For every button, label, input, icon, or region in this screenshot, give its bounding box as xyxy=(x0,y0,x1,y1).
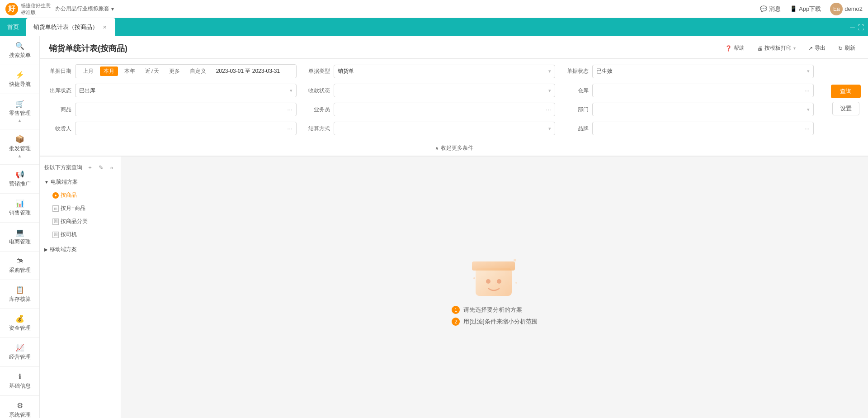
sidebar-item-search[interactable]: 🔍 搜索菜单 xyxy=(0,36,39,65)
date-btn-this-year[interactable]: 本年 xyxy=(121,66,139,76)
filter-row-1: 单据日期 上月 本月 本年 近7天 更多 自定义 xyxy=(49,64,814,78)
sidebar-item-system[interactable]: ⚙ 系统管理 xyxy=(0,396,39,418)
date-btn-more[interactable]: 更多 xyxy=(165,66,184,76)
marketing-icon: 📢 xyxy=(2,170,38,179)
sidebar-item-operation[interactable]: 📈 经营管理 xyxy=(0,338,39,367)
sidebar-item-inventory[interactable]: 📋 库存核算 xyxy=(0,280,39,309)
scheme-edit-btn[interactable]: ✎ xyxy=(96,163,105,172)
basic-icon: ℹ xyxy=(2,372,38,381)
scheme-group-pc: ▼ 电脑端方案 ● 按商品 m 按月+商品 回 按商品分类 xyxy=(40,176,121,241)
date-btn-7days[interactable]: 近7天 xyxy=(142,66,163,76)
filter-side: 查询 设置 xyxy=(823,59,868,141)
sidebar-item-basic-label: 基础信息 xyxy=(2,382,38,390)
sidebar-item-basic[interactable]: ℹ 基础信息 xyxy=(0,367,39,396)
date-btn-custom[interactable]: 自定义 xyxy=(186,66,210,76)
filter-row-3: 商品 ··· 业务员 ··· xyxy=(49,103,814,116)
topbar: 好 畅捷信好生意 标准版 办公用品行业模拟账套 ▾ 💬 消息 📱 App下载 E… xyxy=(0,0,868,18)
query-button[interactable]: 查询 xyxy=(831,85,861,98)
scheme-item-by-printer-label: 按司机 xyxy=(61,231,77,238)
goods-control[interactable]: ··· xyxy=(75,103,297,116)
sidebar-item-sales[interactable]: 📊 销售管理 xyxy=(0,194,39,223)
brand-control[interactable]: ··· xyxy=(592,122,814,135)
receipt-status-label: 收款状态 xyxy=(307,87,330,95)
out-status-control[interactable]: 已出库 ▾ xyxy=(75,84,297,97)
user-name: demo2 xyxy=(844,5,863,12)
operation-icon: 📈 xyxy=(2,343,38,352)
app-download-btn[interactable]: 📱 App下载 xyxy=(790,5,821,13)
system-icon: ⚙ xyxy=(2,401,38,410)
doc-status-control[interactable]: 已生效 ▾ xyxy=(592,65,814,78)
user-avatar: Ea xyxy=(830,3,843,15)
doc-type-label: 单据类型 xyxy=(307,67,330,75)
tab-close-icon[interactable]: ✕ xyxy=(101,24,108,31)
sidebar-item-retail[interactable]: 🛒 零售管理 ▲ xyxy=(0,94,39,129)
filter-out-status: 出库状态 已出库 ▾ xyxy=(49,84,297,97)
salesman-control[interactable]: ··· xyxy=(334,103,555,116)
user-area[interactable]: Ea demo2 xyxy=(830,3,863,15)
sidebar-item-marketing[interactable]: 📢 营销推广 xyxy=(0,165,39,194)
print-template-btn[interactable]: 🖨 按模板打印 ▾ xyxy=(754,43,799,54)
filter-brand: 品牌 ··· xyxy=(566,122,814,135)
breadcrumb[interactable]: 办公用品行业模拟账套 ▾ xyxy=(55,5,114,13)
export-btn[interactable]: ↗ 导出 xyxy=(805,43,829,54)
filter-goods: 商品 ··· xyxy=(49,103,297,116)
svg-rect-1 xyxy=(472,261,515,271)
scheme-item-by-printer[interactable]: 回 按司机 xyxy=(40,228,121,241)
sidebar-item-operation-label: 经营管理 xyxy=(2,353,38,361)
sidebar-item-marketing-label: 营销推广 xyxy=(2,180,38,188)
scheme-group-pc-title[interactable]: ▼ 电脑端方案 xyxy=(40,176,121,189)
data-area: 1 请先选择要分析的方案 2 用[过滤]条件来缩小分析范围 xyxy=(121,157,868,418)
sidebar-item-purchase[interactable]: 🛍 采购管理 xyxy=(0,252,39,280)
scheme-add-btn[interactable]: + xyxy=(85,163,94,172)
date-btn-last-month[interactable]: 上月 xyxy=(79,66,97,76)
refresh-icon: ↻ xyxy=(838,45,843,52)
receiver-control[interactable]: ··· xyxy=(75,122,297,135)
setting-button[interactable]: 设置 xyxy=(832,102,859,115)
help-label: 帮助 xyxy=(734,44,745,52)
salesman-dots-icon: ··· xyxy=(546,106,551,113)
out-status-arrow-icon: ▾ xyxy=(290,88,292,94)
tab-sales-stat[interactable]: 销货单统计表（按商品） ✕ xyxy=(26,18,115,36)
download-icon: 📱 xyxy=(790,5,797,12)
scheme-group-pc-arrow: ▼ xyxy=(44,180,49,185)
warehouse-label: 仓库 xyxy=(566,87,589,95)
scheme-group-mobile-title[interactable]: ▶ 移动端方案 xyxy=(40,243,121,256)
tab-home[interactable]: 首页 xyxy=(0,18,26,36)
empty-box-svg xyxy=(467,249,522,299)
help-btn[interactable]: ❓ 帮助 xyxy=(722,43,748,54)
tab-maximize-icon[interactable]: ⛶ xyxy=(858,24,864,31)
doc-status-label: 单据状态 xyxy=(566,67,589,75)
dept-control[interactable]: ▾ xyxy=(592,103,814,116)
scheme-item-by-month-goods[interactable]: m 按月+商品 xyxy=(40,202,121,215)
svg-point-3 xyxy=(497,279,501,284)
doc-status-arrow-icon: ▾ xyxy=(807,68,810,74)
scheme-item-by-category[interactable]: 回 按商品分类 xyxy=(40,215,121,228)
sidebar-item-search-label: 搜索菜单 xyxy=(2,52,38,59)
scheme-collapse-btn[interactable]: « xyxy=(107,163,116,172)
sidebar-item-finance[interactable]: 💰 资金管理 xyxy=(0,309,39,338)
app-subtitle: 标准版 xyxy=(21,9,51,15)
scheme-item-icon-sq3: 回 xyxy=(52,232,59,238)
dept-label: 部门 xyxy=(566,106,589,114)
scheme-header: 按以下方案查询 + ✎ « xyxy=(40,161,121,176)
dept-arrow-icon: ▾ xyxy=(807,107,810,113)
scheme-group-mobile-label: 移动端方案 xyxy=(50,246,77,253)
scheme-item-by-goods[interactable]: ● 按商品 xyxy=(40,189,121,202)
doc-type-control[interactable]: 销货单 ▾ xyxy=(334,65,555,78)
main-content-area: 按以下方案查询 + ✎ « xyxy=(40,157,868,418)
hint-item-1: 1 请先选择要分析的方案 xyxy=(452,306,537,314)
warehouse-control[interactable]: ··· xyxy=(592,84,814,97)
receipt-status-control[interactable]: ▾ xyxy=(334,84,555,97)
collapse-bar[interactable]: ∧ 收起更多条件 xyxy=(40,141,868,156)
warehouse-dots-icon: ··· xyxy=(804,87,810,94)
payment-control[interactable]: ▾ xyxy=(334,122,555,135)
sidebar-item-wholesale[interactable]: 📦 批发管理 ▲ xyxy=(0,129,39,165)
message-btn[interactable]: 💬 消息 xyxy=(760,5,781,13)
date-btn-this-month[interactable]: 本月 xyxy=(100,66,118,76)
scheme-edit-icon: ✎ xyxy=(99,164,104,171)
receiver-dots-icon: ··· xyxy=(287,125,292,132)
refresh-btn[interactable]: ↻ 刷新 xyxy=(835,43,859,54)
sidebar-item-quick-nav[interactable]: ⚡ 快捷导航 xyxy=(0,65,39,94)
sidebar-item-ecommerce[interactable]: 💻 电商管理 xyxy=(0,223,39,252)
tab-minimize-icon[interactable]: ─ xyxy=(850,24,855,31)
